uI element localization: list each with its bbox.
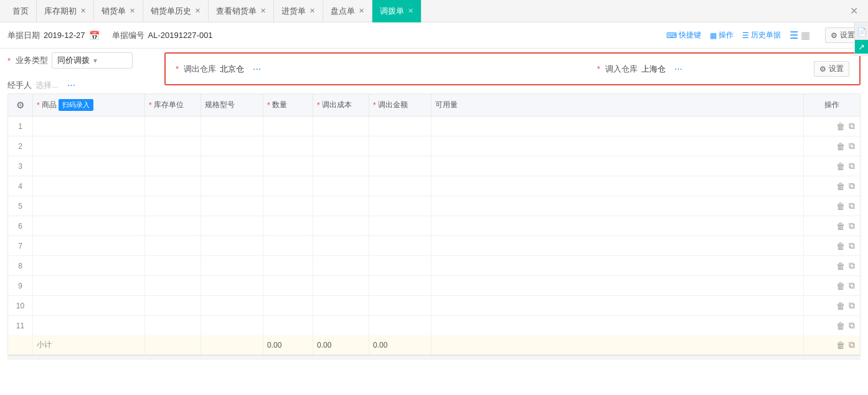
row-amount-9[interactable] <box>369 276 432 295</box>
row-delete-icon-5[interactable]: 🗑 <box>836 201 845 211</box>
row-copy-icon-9[interactable]: ⧉ <box>849 280 855 291</box>
tab-close-purchase[interactable]: ✕ <box>309 7 315 15</box>
row-amount-7[interactable] <box>369 236 432 255</box>
row-cost-4[interactable] <box>313 176 369 196</box>
row-product-9[interactable] <box>33 276 145 295</box>
tab-sales-history[interactable]: 销货单历史✕ <box>143 0 209 22</box>
row-amount-6[interactable] <box>369 216 432 236</box>
row-delete-icon-9[interactable]: 🗑 <box>836 281 845 291</box>
row-qty-9[interactable] <box>263 276 313 295</box>
tab-transfer[interactable]: 调拨单✕ <box>372 0 422 22</box>
tab-close-view-sales[interactable]: ✕ <box>260 7 266 15</box>
row-cost-1[interactable] <box>313 117 369 136</box>
tab-view-sales[interactable]: 查看销货单✕ <box>209 0 274 22</box>
row-spec-1[interactable] <box>201 117 263 136</box>
row-amount-2[interactable] <box>369 136 432 156</box>
row-unit-8[interactable] <box>145 256 201 275</box>
subtotal-copy-icon[interactable]: ⧉ <box>849 340 855 350</box>
row-product-3[interactable] <box>33 156 145 176</box>
warehouse-settings-button[interactable]: ⚙ 设置 <box>814 61 849 77</box>
row-product-11[interactable] <box>33 316 145 335</box>
row-product-6[interactable] <box>33 216 145 236</box>
row-spec-11[interactable] <box>201 316 263 335</box>
tab-close-inventory-check[interactable]: ✕ <box>359 7 364 15</box>
scan-button[interactable]: 扫码录入 <box>59 99 93 111</box>
row-delete-icon-8[interactable]: 🗑 <box>836 261 845 271</box>
row-product-5[interactable] <box>33 196 145 216</box>
row-amount-11[interactable] <box>369 316 432 335</box>
tab-sales-order[interactable]: 销货单✕ <box>94 0 143 22</box>
row-cost-10[interactable] <box>313 296 369 315</box>
row-unit-1[interactable] <box>145 117 201 136</box>
row-cost-7[interactable] <box>313 236 369 255</box>
tab-close-sales-history[interactable]: ✕ <box>195 7 200 15</box>
row-qty-3[interactable] <box>263 156 313 176</box>
row-spec-6[interactable] <box>201 216 263 236</box>
row-spec-2[interactable] <box>201 136 263 156</box>
row-amount-5[interactable] <box>369 196 432 216</box>
row-copy-icon-4[interactable]: ⧉ <box>849 181 855 191</box>
person-ellipsis-button[interactable]: ··· <box>67 80 75 91</box>
business-type-select[interactable]: 同价调拨 ▼ <box>52 52 133 69</box>
row-copy-icon-11[interactable]: ⧉ <box>849 320 855 331</box>
tab-home[interactable]: 首页 <box>5 0 37 22</box>
row-cost-11[interactable] <box>313 316 369 335</box>
shortcuts-button[interactable]: ⌨ 快捷键 <box>666 30 701 40</box>
row-product-4[interactable] <box>33 176 145 196</box>
row-amount-10[interactable] <box>369 296 432 315</box>
warehouse-in-ellipsis-button[interactable]: ··· <box>674 64 682 75</box>
horizontal-scrollbar[interactable] <box>7 355 861 360</box>
row-qty-5[interactable] <box>263 196 313 216</box>
row-delete-icon-6[interactable]: 🗑 <box>836 221 845 231</box>
row-delete-icon-7[interactable]: 🗑 <box>836 241 845 251</box>
tab-purchase[interactable]: 进货单✕ <box>274 0 323 22</box>
row-spec-5[interactable] <box>201 196 263 216</box>
row-delete-icon-1[interactable]: 🗑 <box>836 121 845 131</box>
row-copy-icon-8[interactable]: ⧉ <box>849 260 855 271</box>
row-copy-icon-5[interactable]: ⧉ <box>849 201 855 211</box>
row-cost-3[interactable] <box>313 156 369 176</box>
row-amount-4[interactable] <box>369 176 432 196</box>
row-delete-icon-3[interactable]: 🗑 <box>836 161 845 171</box>
row-unit-11[interactable] <box>145 316 201 335</box>
row-amount-3[interactable] <box>369 156 432 176</box>
row-amount-8[interactable] <box>369 256 432 275</box>
row-product-8[interactable] <box>33 256 145 275</box>
row-copy-icon-3[interactable]: ⧉ <box>849 161 855 171</box>
close-all-button[interactable]: ✕ <box>845 5 863 17</box>
row-spec-4[interactable] <box>201 176 263 196</box>
row-qty-11[interactable] <box>263 316 313 335</box>
row-qty-8[interactable] <box>263 256 313 275</box>
row-delete-icon-10[interactable]: 🗑 <box>836 301 845 311</box>
row-spec-10[interactable] <box>201 296 263 315</box>
warehouse-out-ellipsis-button[interactable]: ··· <box>253 64 261 75</box>
sidebar-export-icon[interactable]: ↗ <box>855 40 869 54</box>
row-product-2[interactable] <box>33 136 145 156</box>
row-delete-icon-2[interactable]: 🗑 <box>836 141 845 151</box>
person-select[interactable]: 选择... <box>35 80 59 91</box>
sidebar-note-icon[interactable]: 📄 <box>855 25 869 39</box>
calendar-icon[interactable]: 📅 <box>89 31 100 40</box>
list-view-icon[interactable]: ☰ <box>790 29 798 41</box>
table-gear-header[interactable]: ⚙ <box>8 94 33 116</box>
history-button[interactable]: ☰ 历史单据 <box>742 30 781 40</box>
row-amount-1[interactable] <box>369 117 432 136</box>
row-unit-3[interactable] <box>145 156 201 176</box>
row-product-1[interactable] <box>33 117 145 136</box>
subtotal-delete-icon[interactable]: 🗑 <box>836 340 845 350</box>
row-unit-4[interactable] <box>145 176 201 196</box>
row-cost-6[interactable] <box>313 216 369 236</box>
row-delete-icon-4[interactable]: 🗑 <box>836 181 845 191</box>
row-copy-icon-10[interactable]: ⧉ <box>849 300 855 311</box>
row-spec-9[interactable] <box>201 276 263 295</box>
row-copy-icon-2[interactable]: ⧉ <box>849 141 855 151</box>
row-qty-7[interactable] <box>263 236 313 255</box>
row-unit-9[interactable] <box>145 276 201 295</box>
row-qty-4[interactable] <box>263 176 313 196</box>
row-copy-icon-6[interactable]: ⧉ <box>849 221 855 231</box>
tab-inventory-init[interactable]: 库存期初✕ <box>37 0 94 22</box>
row-product-7[interactable] <box>33 236 145 255</box>
row-copy-icon-7[interactable]: ⧉ <box>849 240 855 251</box>
row-qty-6[interactable] <box>263 216 313 236</box>
row-unit-6[interactable] <box>145 216 201 236</box>
